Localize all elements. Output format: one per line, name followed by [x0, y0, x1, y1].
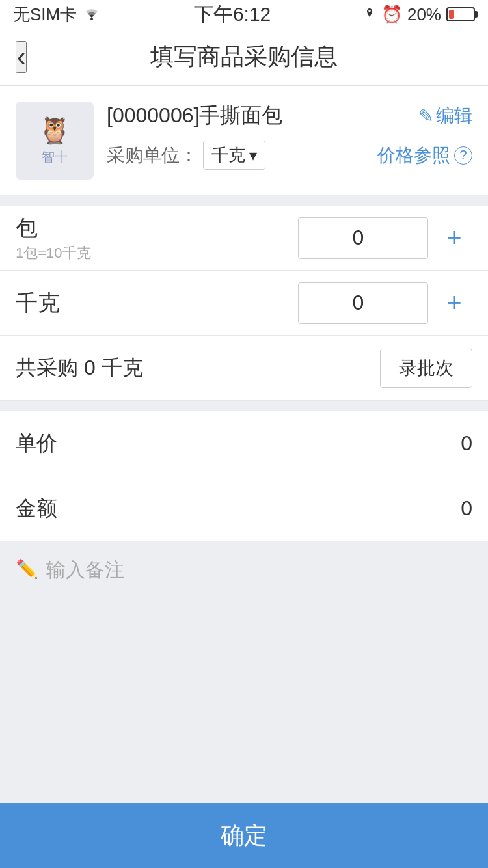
- amount-label: 金额: [16, 495, 57, 523]
- location-icon: [363, 5, 376, 25]
- product-image: 🦉 智十: [16, 102, 94, 180]
- unit-select[interactable]: 千克: [203, 141, 265, 170]
- battery-icon: [446, 7, 475, 21]
- product-image-label: 智十: [42, 148, 68, 166]
- status-time: 下午6:12: [194, 1, 271, 28]
- price-ref-label: 价格参照: [377, 143, 450, 168]
- carrier-text: 无SIM卡: [13, 3, 77, 26]
- status-right: ⏰ 20%: [363, 5, 475, 25]
- chevron-down-icon: [249, 145, 257, 165]
- unit-value: 千克: [211, 144, 245, 167]
- kg-label: 千克: [16, 288, 94, 318]
- alarm-icon: ⏰: [381, 5, 402, 25]
- battery-percent: 20%: [407, 5, 441, 25]
- bag-quantity-input[interactable]: [298, 217, 428, 259]
- kg-input-section: 千克 +: [0, 271, 488, 336]
- price-ref-link[interactable]: 价格参照 ?: [377, 143, 472, 168]
- nav-bar: ‹ 填写商品采购信息: [0, 29, 488, 86]
- page-title: 填写商品采购信息: [150, 41, 338, 73]
- bag-label-sub: 1包=10千克: [16, 243, 94, 263]
- unit-price-value: 0: [461, 431, 472, 455]
- amount-value: 0: [461, 496, 472, 521]
- bag-input-field: +: [94, 217, 472, 259]
- bottom-spacer: [0, 606, 488, 802]
- status-bar: 无SIM卡 下午6:12 ⏰ 20%: [0, 0, 488, 29]
- bag-label: 包 1包=10千克: [16, 213, 94, 263]
- kg-plus-button[interactable]: +: [436, 282, 472, 324]
- product-thumbnail-icon: 🦉: [38, 115, 71, 146]
- bag-label-main: 包: [16, 213, 94, 243]
- confirm-button[interactable]: 确定: [0, 803, 488, 868]
- edit-link[interactable]: ✎ 编辑: [418, 103, 472, 128]
- remark-section[interactable]: ✏️ 输入备注: [0, 541, 488, 606]
- summary-row: 共采购 0 千克 录批次: [0, 336, 488, 401]
- product-card: 🦉 智十 [0000006]手撕面包 ✎ 编辑 采购单位： 千克 价格参照 ?: [0, 86, 488, 195]
- divider-1: [0, 195, 488, 206]
- amount-row: 金额 0: [0, 476, 488, 541]
- wifi-icon: [82, 5, 102, 25]
- summary-text: 共采购 0 千克: [16, 354, 143, 383]
- status-carrier: 无SIM卡: [13, 3, 102, 26]
- remark-placeholder: 输入备注: [46, 557, 124, 584]
- back-button[interactable]: ‹: [16, 41, 27, 73]
- bag-row: 包 1包=10千克 +: [0, 206, 488, 271]
- kg-quantity-input[interactable]: [298, 282, 428, 324]
- info-icon: ?: [454, 146, 472, 165]
- product-info: [0000006]手撕面包 ✎ 编辑 采购单位： 千克 价格参照 ?: [107, 102, 472, 170]
- pencil-icon: ✏️: [16, 558, 38, 580]
- unit-price-label: 单价: [16, 429, 57, 458]
- batch-button[interactable]: 录批次: [380, 349, 472, 388]
- bag-plus-button[interactable]: +: [436, 217, 472, 259]
- svg-point-0: [90, 18, 93, 20]
- kg-input-field: +: [94, 282, 472, 324]
- divider-2: [0, 401, 488, 411]
- edit-icon: ✎: [418, 105, 433, 127]
- kg-row: 千克 +: [0, 271, 488, 336]
- unit-label: 采购单位： 千克: [107, 141, 265, 170]
- unit-price-row: 单价 0: [0, 411, 488, 476]
- product-name: [0000006]手撕面包: [107, 102, 282, 130]
- kg-label-main: 千克: [16, 288, 94, 318]
- price-section: 单价 0 金额 0: [0, 411, 488, 541]
- edit-label: 编辑: [436, 103, 472, 128]
- bag-input-section: 包 1包=10千克 +: [0, 206, 488, 271]
